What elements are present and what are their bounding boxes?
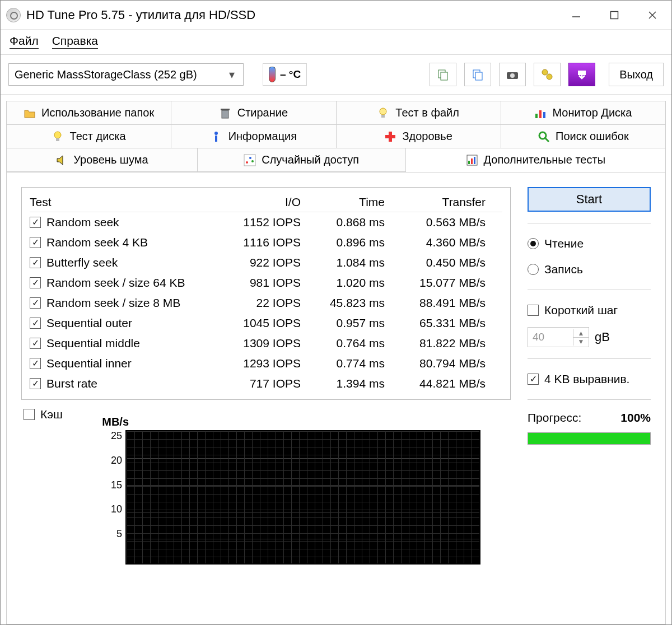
svg-point-19 bbox=[54, 132, 61, 138]
cache-checkbox-row[interactable]: Кэш bbox=[24, 408, 511, 421]
radio-icon[interactable] bbox=[528, 238, 539, 249]
tab-label: Монитор Диска bbox=[552, 106, 632, 119]
ytick: 20 bbox=[111, 455, 122, 467]
copy-text-button[interactable] bbox=[430, 63, 456, 86]
short-stroke-checkbox[interactable]: Короткий шаг bbox=[528, 301, 651, 319]
checkbox-icon[interactable] bbox=[30, 277, 41, 288]
tab-noise[interactable]: Уровень шума bbox=[7, 148, 198, 172]
maximize-button[interactable] bbox=[595, 1, 633, 30]
test-cell[interactable]: Random seek / size 64 KB bbox=[30, 276, 214, 290]
temperature-value: – °C bbox=[280, 68, 301, 81]
svg-rect-15 bbox=[381, 115, 385, 118]
stroke-unit: gB bbox=[595, 330, 610, 344]
tab-disk-test[interactable]: Тест диска bbox=[7, 125, 171, 148]
test-name: Random seek / size 8 MB bbox=[46, 296, 180, 310]
checkbox-icon[interactable] bbox=[528, 374, 539, 385]
col-time: Time bbox=[304, 195, 388, 209]
scatter-icon bbox=[244, 154, 256, 166]
chart-icon bbox=[534, 107, 547, 119]
tab-info[interactable]: Информация bbox=[171, 125, 336, 148]
exit-button[interactable]: Выход bbox=[609, 63, 664, 86]
table-row: Random seek1152 IOPS0.868 ms0.563 MB/s bbox=[30, 212, 502, 232]
align-4kb-checkbox[interactable]: 4 KB выравнив. bbox=[528, 370, 651, 388]
screenshot-button[interactable] bbox=[499, 63, 526, 86]
short-stroke-size: 40 ▲▼ gB bbox=[528, 327, 651, 347]
checkbox-icon[interactable] bbox=[528, 305, 539, 316]
titlebar: HD Tune Pro 5.75 - утилита для HD/SSD bbox=[1, 1, 671, 30]
tab-label: Дополнительные тесты bbox=[484, 153, 605, 166]
copy-data-button[interactable] bbox=[464, 63, 491, 86]
spinner-arrows[interactable]: ▲▼ bbox=[573, 329, 589, 346]
checkbox-icon[interactable] bbox=[24, 409, 35, 420]
tab-erase[interactable]: Стирание bbox=[171, 101, 336, 125]
svg-rect-16 bbox=[535, 114, 538, 118]
tab-folder-usage[interactable]: Использование папок bbox=[7, 101, 171, 125]
mode-write[interactable]: Запись bbox=[528, 260, 651, 278]
test-cell[interactable]: Butterfly seek bbox=[30, 256, 214, 269]
menu-help[interactable]: Справка bbox=[52, 34, 98, 49]
transfer-cell: 65.331 MB/s bbox=[388, 316, 489, 330]
chart-plot-area bbox=[125, 430, 480, 565]
tab-random-access[interactable]: Случайный доступ bbox=[198, 148, 406, 172]
tab-label: Использование папок bbox=[41, 106, 154, 119]
tab-file-test[interactable]: Тест в файл bbox=[337, 101, 501, 125]
radio-icon[interactable] bbox=[528, 264, 539, 275]
window-title: HD Tune Pro 5.75 - утилита для HD/SSD bbox=[26, 8, 255, 22]
io-cell: 922 IOPS bbox=[214, 256, 304, 269]
test-name: Random seek bbox=[46, 216, 119, 229]
content-area: Использование папок Стирание Тест в файл bbox=[1, 95, 671, 624]
extra-tests-pane: Test I/O Time Transfer Random seek1152 I… bbox=[6, 172, 666, 624]
time-cell: 1.020 ms bbox=[304, 276, 388, 290]
test-name: Sequential inner bbox=[46, 357, 132, 370]
tab-disk-monitor[interactable]: Монитор Диска bbox=[501, 101, 665, 125]
info-icon bbox=[211, 130, 223, 143]
health-icon bbox=[384, 130, 396, 143]
tab-health[interactable]: Здоровье bbox=[337, 125, 501, 148]
test-cell[interactable]: Random seek bbox=[30, 216, 214, 229]
side-panel: Start Чтение Запись Короткий шаг bbox=[528, 187, 651, 624]
test-cell[interactable]: Random seek 4 KB bbox=[30, 236, 214, 249]
close-button[interactable] bbox=[633, 1, 671, 30]
test-cell[interactable]: Burst rate bbox=[30, 377, 214, 390]
stroke-spinner[interactable]: 40 ▲▼ bbox=[528, 327, 589, 347]
time-cell: 0.896 ms bbox=[304, 236, 388, 249]
checkbox-icon[interactable] bbox=[30, 378, 41, 389]
checkbox-icon[interactable] bbox=[30, 217, 41, 228]
test-cell[interactable]: Sequential inner bbox=[30, 357, 214, 370]
table-row: Burst rate717 IOPS1.394 ms44.821 MB/s bbox=[30, 374, 502, 394]
tab-error-scan[interactable]: Поиск ошибок bbox=[501, 125, 665, 148]
checkbox-icon[interactable] bbox=[30, 358, 41, 369]
time-cell: 45.823 ms bbox=[304, 296, 388, 310]
search-icon bbox=[538, 130, 550, 143]
checkbox-icon[interactable] bbox=[30, 237, 41, 248]
test-cell[interactable]: Sequential middle bbox=[30, 337, 214, 350]
bulb-icon bbox=[377, 107, 390, 119]
checkbox-icon[interactable] bbox=[30, 318, 41, 329]
tab-label: Уровень шума bbox=[73, 153, 148, 166]
drive-select[interactable]: Generic MassStorageClass (252 gB) ▾ bbox=[8, 63, 244, 86]
svg-rect-22 bbox=[215, 136, 217, 142]
save-button[interactable] bbox=[568, 63, 595, 86]
io-cell: 1309 IOPS bbox=[214, 337, 304, 350]
transfer-cell: 0.450 MB/s bbox=[388, 256, 489, 269]
checkbox-icon[interactable] bbox=[30, 257, 41, 268]
checkbox-icon[interactable] bbox=[30, 338, 41, 349]
tab-extra-tests[interactable]: Дополнительные тесты bbox=[406, 148, 665, 172]
settings-button[interactable] bbox=[534, 63, 561, 86]
checkbox-icon[interactable] bbox=[30, 297, 41, 309]
time-cell: 0.764 ms bbox=[304, 337, 388, 350]
minimize-button[interactable] bbox=[557, 1, 595, 30]
svg-point-10 bbox=[542, 69, 548, 75]
test-cell[interactable]: Random seek / size 8 MB bbox=[30, 296, 214, 310]
io-cell: 981 IOPS bbox=[214, 276, 304, 290]
table-row: Sequential middle1309 IOPS0.764 ms81.822… bbox=[30, 333, 502, 353]
tab-label: Поиск ошибок bbox=[556, 130, 629, 143]
time-cell: 0.957 ms bbox=[304, 316, 388, 330]
io-cell: 717 IOPS bbox=[214, 377, 304, 390]
cache-label: Кэш bbox=[40, 408, 63, 421]
mode-read[interactable]: Чтение bbox=[528, 235, 651, 253]
menu-file[interactable]: Файл bbox=[10, 34, 39, 49]
start-button[interactable]: Start bbox=[528, 187, 651, 212]
svg-rect-5 bbox=[441, 72, 447, 80]
test-cell[interactable]: Sequential outer bbox=[30, 316, 214, 330]
